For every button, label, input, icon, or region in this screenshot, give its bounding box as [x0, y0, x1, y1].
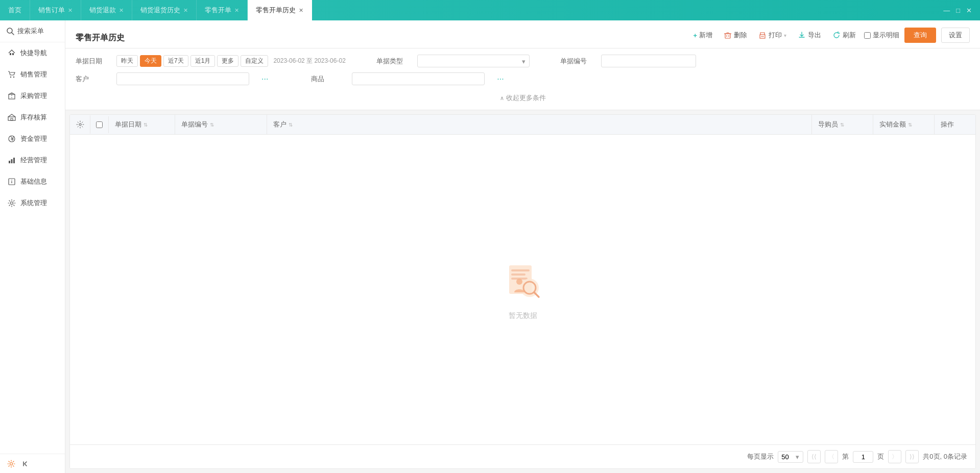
- next-page-btn[interactable]: 〉: [888, 450, 901, 463]
- delete-button[interactable]: 删除: [721, 29, 750, 42]
- collapse-sidebar-icon[interactable]: [21, 459, 30, 468]
- last-page-btn[interactable]: ⟩⟩: [905, 450, 919, 463]
- add-button[interactable]: + 新增: [690, 29, 715, 42]
- nav-tabs: 首页 销售订单 ✕ 销货退款 ✕ 销货退货历史 ✕ 零售开单 ✕ 零售开单历史 …: [0, 0, 943, 20]
- product-input[interactable]: [352, 72, 485, 85]
- date-btn-custom[interactable]: 自定义: [241, 55, 268, 67]
- window-maximize-btn[interactable]: □: [956, 7, 960, 14]
- svg-text:¥: ¥: [10, 135, 15, 142]
- export-button[interactable]: 导出: [795, 29, 824, 42]
- svg-rect-29: [511, 273, 525, 276]
- svg-rect-13: [11, 159, 13, 163]
- sidebar-item-purchase-mgmt[interactable]: 采购管理: [0, 85, 65, 107]
- customer-dots[interactable]: ···: [259, 74, 270, 84]
- content-area: 零售开单历史 + 新增 删除 打印 ▾: [65, 20, 980, 473]
- product-dots[interactable]: ···: [495, 74, 506, 84]
- sidebar-search[interactable]: 搜索采单: [0, 20, 65, 42]
- th-num[interactable]: 单据编号 ⇅: [175, 115, 267, 134]
- collapse-filter-bar[interactable]: ∧ 收起更多条件: [76, 90, 970, 104]
- tab-retail-open-history[interactable]: 零售开单历史 ✕: [248, 0, 312, 20]
- sidebar-item-basic-info[interactable]: 基础信息: [0, 171, 65, 192]
- svg-rect-21: [725, 34, 730, 38]
- main-layout: 搜索采单 快捷导航 销售管理 采购管理 库存核算: [0, 20, 980, 473]
- date-btn-more[interactable]: 更多: [217, 55, 238, 67]
- prev-page-btn[interactable]: 〈: [825, 450, 838, 463]
- column-settings-icon[interactable]: [70, 115, 90, 134]
- sidebar-item-finance[interactable]: ¥ 资金管理: [0, 128, 65, 150]
- page-size-select[interactable]: 10 20 50 100: [778, 451, 803, 463]
- pagination: 每页显示 10 20 50 100 ⟨⟨ 〈 第 页 〉 ⟩⟩ 共0页, 0条记…: [70, 444, 975, 468]
- th-amount-label: 实销金额: [879, 120, 906, 129]
- sidebar-item-inventory[interactable]: 库存核算: [0, 107, 65, 128]
- tab-retail-open-close[interactable]: ✕: [234, 7, 239, 14]
- date-buttons: 昨天 今天 近7天 近1月 更多 自定义 2023-06-02 至 2023-0…: [116, 55, 346, 67]
- sidebar-item-operations[interactable]: 经营管理: [0, 150, 65, 171]
- settings-button[interactable]: 设置: [941, 28, 970, 43]
- svg-point-17: [11, 180, 12, 181]
- first-page-btn[interactable]: ⟨⟨: [807, 450, 821, 463]
- doc-num-input[interactable]: [601, 55, 696, 67]
- th-amount[interactable]: 实销金额 ⇅: [873, 115, 935, 134]
- tab-sales-return-close[interactable]: ✕: [119, 7, 124, 14]
- tab-sales-order-close[interactable]: ✕: [68, 7, 73, 14]
- window-actions: — □ ✕: [943, 7, 980, 14]
- top-nav-bar: 首页 销售订单 ✕ 销货退款 ✕ 销货退货历史 ✕ 零售开单 ✕ 零售开单历史 …: [0, 0, 980, 20]
- date-label: 单据日期: [76, 57, 106, 66]
- date-btn-today[interactable]: 今天: [140, 55, 161, 67]
- delete-label: 删除: [734, 31, 747, 40]
- date-btn-last7[interactable]: 近7天: [163, 55, 188, 67]
- th-date[interactable]: 单据日期 ⇅: [109, 115, 175, 134]
- window-close-btn[interactable]: ✕: [966, 7, 972, 14]
- tab-sales-return-history[interactable]: 销货退货历史 ✕: [132, 0, 197, 20]
- window-minimize-btn[interactable]: —: [943, 7, 950, 14]
- refresh-button[interactable]: 刷新: [829, 29, 859, 42]
- table-wrapper: 单据日期 ⇅ 单据编号 ⇅ 客户 ⇅ 导购员 ⇅ 实销金额 ⇅: [69, 114, 976, 469]
- empty-state: 暂无数据: [70, 135, 975, 444]
- th-guide[interactable]: 导购员 ⇅: [812, 115, 873, 134]
- sidebar-bottom: [0, 454, 65, 473]
- sidebar-item-sys-mgmt[interactable]: 系统管理: [0, 192, 65, 214]
- th-num-label: 单据编号: [181, 120, 208, 129]
- tab-retail-open[interactable]: 零售开单 ✕: [197, 0, 248, 20]
- tab-sales-return[interactable]: 销货退款 ✕: [81, 0, 132, 20]
- doc-type-select[interactable]: [417, 55, 530, 67]
- tab-sales-return-history-close[interactable]: ✕: [183, 7, 188, 14]
- cart-icon: [7, 70, 16, 79]
- gear-bottom-icon[interactable]: [7, 459, 15, 468]
- svg-rect-12: [9, 161, 10, 163]
- select-all-checkbox[interactable]: [96, 121, 103, 128]
- home-icon: [7, 48, 16, 58]
- sidebar-item-quick-nav[interactable]: 快捷导航: [0, 42, 65, 64]
- print-button[interactable]: 打印 ▾: [755, 29, 790, 42]
- table-header-checkbox[interactable]: [90, 116, 109, 133]
- svg-rect-25: [761, 36, 764, 37]
- svg-rect-14: [13, 158, 15, 163]
- doc-num-label: 单据编号: [560, 57, 591, 66]
- th-customer[interactable]: 客户 ⇅: [267, 115, 812, 134]
- tab-home[interactable]: 首页: [0, 0, 30, 20]
- svg-line-1: [12, 33, 14, 35]
- th-customer-sort: ⇅: [289, 122, 293, 128]
- empty-icon: [500, 259, 546, 305]
- date-btn-yesterday[interactable]: 昨天: [116, 55, 138, 67]
- sidebar-item-label-sales-mgmt: 销售管理: [20, 70, 47, 79]
- query-button[interactable]: 查询: [904, 28, 936, 43]
- print-icon: [758, 31, 767, 40]
- show-detail-checkbox[interactable]: [864, 32, 871, 39]
- customer-input[interactable]: [116, 72, 249, 85]
- tab-retail-open-history-label: 零售开单历史: [256, 6, 296, 15]
- sidebar-item-label-sys-mgmt: 系统管理: [20, 198, 47, 208]
- page-size-label: 每页显示: [747, 452, 774, 461]
- page-label: 第: [842, 452, 849, 461]
- svg-point-18: [11, 202, 13, 205]
- date-btn-last1m[interactable]: 近1月: [190, 55, 216, 67]
- tab-retail-open-history-close[interactable]: ✕: [299, 7, 303, 14]
- show-detail-checkbox-label[interactable]: 显示明细: [864, 31, 899, 40]
- page-header: 零售开单历史 + 新增 删除 打印 ▾: [65, 20, 980, 48]
- tab-sales-order[interactable]: 销售订单 ✕: [30, 0, 81, 20]
- page-number-input[interactable]: [853, 451, 873, 463]
- page-title: 零售开单历史: [76, 33, 125, 43]
- sidebar-item-sales-mgmt[interactable]: 销售管理: [0, 64, 65, 85]
- warehouse-icon: [7, 113, 16, 122]
- svg-point-4: [10, 77, 11, 78]
